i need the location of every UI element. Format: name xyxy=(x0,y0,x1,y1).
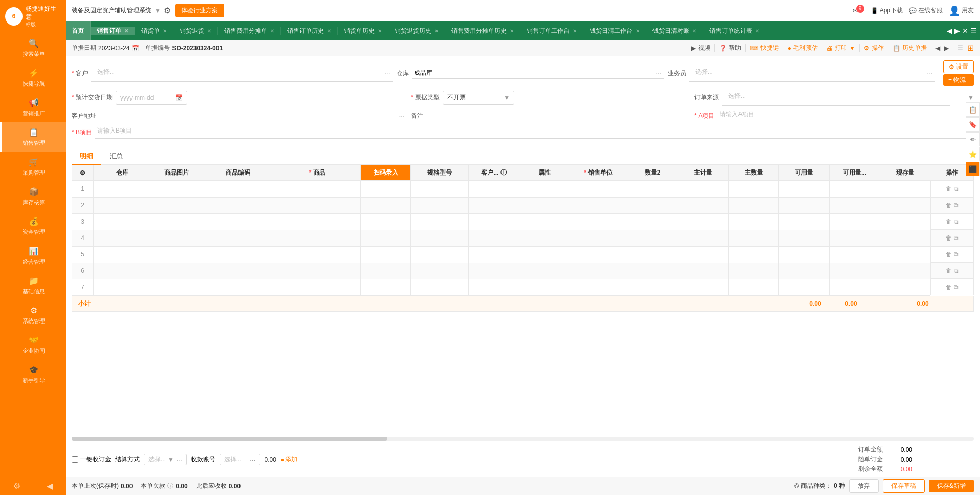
col-scan[interactable]: 扫码录入 xyxy=(360,165,411,181)
nav-tab-5[interactable]: 销货单历史✕ xyxy=(338,27,388,35)
cell-6-13[interactable] xyxy=(779,279,830,295)
tab-summary[interactable]: 汇总 xyxy=(101,148,131,165)
cell-5-3[interactable] xyxy=(202,263,274,279)
order-source-input[interactable]: 选择... xyxy=(724,90,948,104)
calendar-icon[interactable]: 📅 xyxy=(132,45,139,52)
cell-1-14[interactable] xyxy=(830,197,880,213)
cell-4-15[interactable] xyxy=(880,246,930,263)
cell-1-12[interactable] xyxy=(728,197,779,213)
cell-0-9[interactable] xyxy=(570,181,627,198)
rfb-2[interactable]: 🔖 xyxy=(966,117,980,132)
nav-tab-9[interactable]: 钱货日清工作台✕ xyxy=(583,27,646,35)
tab-close-9[interactable]: ✕ xyxy=(636,28,640,34)
tab-close-6[interactable]: ✕ xyxy=(434,28,439,34)
rfb-1[interactable]: 📋 xyxy=(966,102,980,117)
nav-page-next-icon[interactable]: ▶ xyxy=(944,45,949,52)
cell-5-15[interactable] xyxy=(880,263,930,279)
cell-6-7[interactable] xyxy=(469,279,519,295)
cell-5-14[interactable] xyxy=(830,263,880,279)
copy-icon-5[interactable]: ⧉ xyxy=(954,267,959,274)
cell-3-12[interactable] xyxy=(728,230,779,246)
cell-3-7[interactable] xyxy=(469,230,519,246)
copy-icon-0[interactable]: ⧉ xyxy=(954,185,959,192)
tab-close-0[interactable]: ✕ xyxy=(124,28,128,34)
tab-close-3[interactable]: ✕ xyxy=(270,28,274,34)
cell-6-6[interactable] xyxy=(411,279,469,295)
tab-close-11[interactable]: ✕ xyxy=(755,28,759,34)
cell-5-4[interactable] xyxy=(274,263,360,279)
b-project-input[interactable]: 请输入B项目 xyxy=(97,127,132,134)
online-support-btn[interactable]: 💬 在线客服 xyxy=(909,6,943,15)
customer-more-icon[interactable]: ··· xyxy=(384,69,390,77)
cell-3-5[interactable] xyxy=(360,230,411,246)
cell-6-12[interactable] xyxy=(728,279,779,295)
cell-4-8[interactable] xyxy=(519,246,570,263)
cell-4-2[interactable] xyxy=(151,246,202,263)
cell-1-1[interactable] xyxy=(94,197,151,213)
sidebar-collapse-icon[interactable]: ◀ xyxy=(47,481,53,491)
cell-1-11[interactable] xyxy=(678,197,729,213)
account-select[interactable]: 选择... ··· xyxy=(220,454,260,465)
delivery-date-input[interactable]: yyyy-mm-dd 📅 xyxy=(116,91,187,105)
copy-icon-3[interactable]: ⧉ xyxy=(954,234,959,242)
cell-2-8[interactable] xyxy=(519,213,570,230)
payment-method-select[interactable]: 选择... ▼ ··· xyxy=(144,454,187,465)
nav-tab-11[interactable]: 销售订单统计表✕ xyxy=(703,27,766,35)
cell-4-11[interactable] xyxy=(678,246,729,263)
cell-3-13[interactable] xyxy=(779,230,830,246)
profit-btn[interactable]: ● 毛利预估 xyxy=(788,44,818,52)
detail-table-wrap[interactable]: ⚙ 仓库 商品图片 商品编码 商品 扫码录入 规格型号 客户... ⓘ 属性 销… xyxy=(66,165,980,436)
cell-0-3[interactable] xyxy=(202,181,274,198)
list-view-icon[interactable]: ☰ xyxy=(957,45,963,52)
cell-1-6[interactable] xyxy=(411,197,469,213)
cell-0-10[interactable] xyxy=(627,181,678,198)
cell-6-8[interactable] xyxy=(519,279,570,295)
help-btn[interactable]: ❓ 帮助 xyxy=(719,44,741,52)
print-btn[interactable]: 🖨 打印 ▼ xyxy=(826,44,855,52)
cell-5-12[interactable] xyxy=(728,263,779,279)
cell-2-3[interactable] xyxy=(202,213,274,230)
nav-tab-10[interactable]: 钱货日清对账✕ xyxy=(646,27,703,35)
cell-1-2[interactable] xyxy=(151,197,202,213)
cell-4-9[interactable] xyxy=(570,246,627,263)
cell-6-3[interactable] xyxy=(202,279,274,295)
cell-1-8[interactable] xyxy=(519,197,570,213)
cell-3-6[interactable] xyxy=(411,230,469,246)
copy-icon-6[interactable]: ⧉ xyxy=(954,284,959,291)
cell-1-13[interactable] xyxy=(779,197,830,213)
cell-6-4[interactable] xyxy=(274,279,360,295)
cell-5-6[interactable] xyxy=(411,263,469,279)
delete-icon-2[interactable]: 🗑 xyxy=(946,218,952,225)
tab-home[interactable]: 首页 xyxy=(66,21,91,40)
add-payment-btn[interactable]: ● 添加 xyxy=(280,455,297,464)
cell-2-14[interactable] xyxy=(830,213,880,230)
cell-3-3[interactable] xyxy=(202,230,274,246)
nav-close-icon[interactable]: ✕ xyxy=(962,27,968,35)
payment-method-more-icon[interactable]: ··· xyxy=(176,456,182,464)
sidebar-item-9[interactable]: ⚙系统管理 xyxy=(0,300,66,330)
copy-icon-4[interactable]: ⧉ xyxy=(954,251,959,258)
nav-tab-4[interactable]: 销售订单历史✕ xyxy=(281,27,338,35)
nav-tab-8[interactable]: 销售订单工作台✕ xyxy=(520,27,583,35)
user-btn[interactable]: 👤 用友 xyxy=(949,5,974,16)
cell-4-5[interactable] xyxy=(360,246,411,263)
tab-close-10[interactable]: ✕ xyxy=(692,28,696,34)
a-project-input[interactable]: 请输入A项目 xyxy=(720,111,754,118)
tab-close-8[interactable]: ✕ xyxy=(573,28,577,34)
sidebar-item-1[interactable]: ⚡快捷导航 xyxy=(0,63,66,93)
cell-3-4[interactable] xyxy=(274,230,360,246)
nav-tab-2[interactable]: 销货退货✕ xyxy=(173,27,218,35)
cell-2-1[interactable] xyxy=(94,213,151,230)
cell-2-9[interactable] xyxy=(570,213,627,230)
message-btn[interactable]: ✉ 9 xyxy=(853,7,864,14)
cell-4-3[interactable] xyxy=(202,246,274,263)
tab-close-7[interactable]: ✕ xyxy=(510,28,514,34)
sidebar-item-0[interactable]: 🔍搜索菜单 xyxy=(0,33,66,63)
account-more-icon[interactable]: ··· xyxy=(250,456,256,464)
cell-1-5[interactable] xyxy=(360,197,411,213)
cell-0-5[interactable] xyxy=(360,181,411,198)
tab-close-1[interactable]: ✕ xyxy=(163,28,167,34)
nav-tab-0[interactable]: 销售订单✕ xyxy=(91,27,135,35)
cell-4-1[interactable] xyxy=(94,246,151,263)
tab-detail[interactable]: 明细 xyxy=(72,148,101,165)
